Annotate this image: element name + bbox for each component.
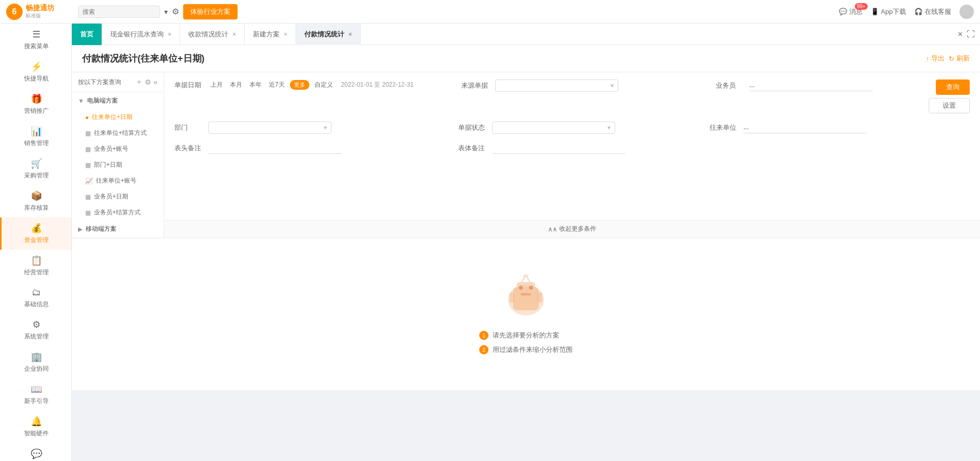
sidebar-item-label: 新手引导: [24, 397, 49, 406]
scheme-item-unit-account[interactable]: 📈 往来单位+账号: [72, 173, 164, 189]
scheme-group-desktop: ▼ 电脑端方案 ● 往来单位+日期 ▦ 往来单位+结算方式 ▦: [72, 92, 164, 221]
finance-icon: 💰: [31, 223, 42, 234]
chevron-right-icon: ▶: [78, 226, 83, 233]
sidebar-item-finance[interactable]: 💰 资金管理: [0, 217, 71, 250]
scheme-collapse-btn[interactable]: «: [153, 77, 158, 87]
sidebar-item-system[interactable]: ⚙ 系统管理: [0, 314, 71, 346]
docstatus-label: 单据状态: [458, 123, 487, 132]
sidebar-item-purchase[interactable]: 🛒 采购管理: [0, 153, 71, 185]
date-btn-7days[interactable]: 近7天: [267, 79, 287, 90]
tab-receipt[interactable]: 收款情况统计 ×: [180, 24, 245, 45]
tab-maximize-btn[interactable]: ⛶: [967, 30, 975, 39]
staff-input[interactable]: [750, 79, 873, 91]
purchase-icon: 🛒: [31, 158, 42, 169]
marketing-icon: 🎁: [31, 93, 42, 105]
query-btn[interactable]: 查询: [936, 79, 970, 95]
export-icon: ↑: [926, 55, 930, 63]
source-select[interactable]: ▾: [495, 79, 618, 92]
docstatus-select[interactable]: ▾: [492, 122, 615, 134]
sidebar-item-sales[interactable]: 📊 销售管理: [0, 121, 71, 153]
filter-actions-col: 查询 设置: [929, 79, 970, 113]
empty-tip-2: 2 用过滤条件来缩小分析范围: [479, 345, 573, 354]
sales-icon: 📊: [31, 126, 42, 137]
tab-minimize-btn[interactable]: ×: [958, 30, 963, 39]
search-input[interactable]: [78, 6, 160, 18]
date-btn-custom[interactable]: 自定义: [312, 79, 335, 90]
export-btn[interactable]: ↑ 导出: [926, 54, 945, 63]
date-btn-more[interactable]: 更多: [290, 80, 309, 90]
tab-home[interactable]: 首页: [72, 24, 102, 45]
bodynote-input[interactable]: [492, 142, 625, 154]
scheme-item-staff-settle[interactable]: ▦ 业务员+结算方式: [72, 205, 164, 221]
scheme-add-btn[interactable]: ＋: [135, 77, 143, 87]
collapse-bar[interactable]: ∧∧ 收起更多条件: [164, 220, 980, 237]
scheme-table-icon: ▦: [85, 130, 91, 137]
content-area: 首页 现金银行流水查询 × 收款情况统计 × 新建方案 × 付款情况统计 × ×…: [72, 24, 980, 461]
tab-new-scheme[interactable]: 新建方案 ×: [245, 24, 296, 45]
app-download-btn[interactable]: 📱 App下载: [871, 7, 906, 16]
sidebar-item-marketing[interactable]: 🎁 营销推广: [0, 88, 71, 121]
staff-label: 业务员: [716, 81, 744, 90]
date-btn-this-year[interactable]: 本年: [247, 79, 264, 90]
sidebar-item-inventory[interactable]: 📦 库存核算: [0, 185, 71, 217]
date-label: 单据日期: [174, 81, 203, 90]
tab-payment-close[interactable]: ×: [348, 31, 352, 38]
tab-receipt-close[interactable]: ×: [232, 31, 236, 38]
sidebar-item-hardware[interactable]: 🔔 智能硬件: [0, 411, 71, 443]
tab-bank[interactable]: 现金银行流水查询 ×: [102, 24, 180, 45]
scheme-item-label: 往来单位+账号: [96, 176, 136, 185]
dropdown-btn[interactable]: ▾: [164, 8, 168, 16]
scheme-item-label: 往来单位+结算方式: [94, 129, 147, 137]
sidebar-item-shortcut[interactable]: ⚡ 快捷导航: [0, 56, 71, 88]
messages-btn[interactable]: 💬 消息 99+: [839, 7, 863, 16]
filter-docstatus-field: 单据状态 ▾: [458, 122, 701, 134]
settings-btn[interactable]: ⚙: [172, 7, 179, 16]
filter-date-field: 单据日期 上月 本月 本年 近7天 更多 自定义 2022-01-01 至 20…: [174, 79, 461, 90]
filter-panel: 按以下方案查询 ＋ ⚙ « ▼ 电脑端方案 ●: [72, 72, 980, 237]
sidebar-item-guide[interactable]: 📖 新手引导: [0, 378, 71, 411]
tip-text-2: 用过滤条件来缩小分析范围: [493, 345, 573, 354]
date-btn-last-month[interactable]: 上月: [208, 79, 225, 90]
avatar[interactable]: [959, 5, 974, 19]
trial-btn[interactable]: 体验行业方案: [183, 4, 238, 19]
dept-label: 部门: [174, 123, 203, 132]
empty-image: [495, 269, 557, 320]
scheme-group-desktop-header[interactable]: ▼ 电脑端方案: [72, 92, 164, 109]
partner-input[interactable]: [743, 122, 867, 133]
sidebar-item-search[interactable]: ☰ 搜索菜单: [0, 24, 71, 56]
scheme-item-unit-date[interactable]: ● 往来单位+日期: [72, 109, 164, 125]
sidebar-item-label: 采购管理: [24, 171, 49, 180]
empty-tips: 1 请先选择要分析的方案 2 用过滤条件来缩小分析范围: [479, 331, 573, 359]
scheme-item-staff-date[interactable]: ▦ 业务员+日期: [72, 189, 164, 205]
dept-select[interactable]: ▾: [208, 122, 331, 134]
refresh-btn[interactable]: ↻ 刷新: [949, 54, 970, 63]
top-bar: 6 畅捷通坊 标准版 ▾ ⚙ 体验行业方案 💬 消息 99+ 📱 App下载 🎧…: [0, 0, 980, 24]
settings-config-btn[interactable]: 设置: [929, 98, 970, 113]
sidebar-item-basic[interactable]: 🗂 基础信息: [0, 282, 71, 314]
scheme-table-icon3: ▦: [85, 162, 91, 169]
scheme-item-label: 业务员+账号: [94, 145, 128, 153]
date-buttons: 上月 本月 本年 近7天 更多 自定义 2022-01-01 至 2022-12…: [208, 79, 414, 90]
filter-partner-field: 往来单位: [710, 122, 912, 133]
scheme-group-mobile-header[interactable]: ▶ 移动端方案: [72, 221, 164, 237]
filter-form-area: 单据日期 上月 本月 本年 近7天 更多 自定义 2022-01-01 至 20…: [164, 72, 980, 237]
source-label: 来源单据: [461, 81, 490, 90]
date-btn-this-month[interactable]: 本月: [228, 79, 244, 90]
refresh-icon: ↻: [949, 55, 954, 63]
scheme-settings-btn[interactable]: ⚙: [145, 77, 151, 87]
tab-new-scheme-close[interactable]: ×: [284, 31, 287, 38]
headernote-input[interactable]: [208, 142, 342, 154]
scheme-item-staff-account[interactable]: ▦ 业务员+账号: [72, 141, 164, 157]
source-select-arrow: ▾: [611, 82, 614, 89]
sidebar-item-wechat[interactable]: 💬 企业微信: [0, 443, 71, 461]
scheme-item-dept-date[interactable]: ▦ 部门+日期: [72, 157, 164, 173]
sidebar-item-label: 资金管理: [24, 236, 49, 245]
sidebar-item-enterprise[interactable]: 🏢 企业协同: [0, 346, 71, 378]
online-support-btn[interactable]: 🎧 在线客服: [914, 7, 951, 16]
main-layout: ☰ 搜索菜单 ⚡ 快捷导航 🎁 营销推广 📊 销售管理 🛒 采购管理 📦 库存核…: [0, 24, 980, 461]
sidebar-item-operations[interactable]: 📋 经营管理: [0, 250, 71, 282]
date-range-display: 2022-01-01 至 2022-12-31: [341, 81, 414, 89]
tab-payment[interactable]: 付款情况统计 ×: [296, 24, 361, 45]
tab-bank-close[interactable]: ×: [168, 31, 171, 38]
scheme-item-unit-settle[interactable]: ▦ 往来单位+结算方式: [72, 125, 164, 141]
